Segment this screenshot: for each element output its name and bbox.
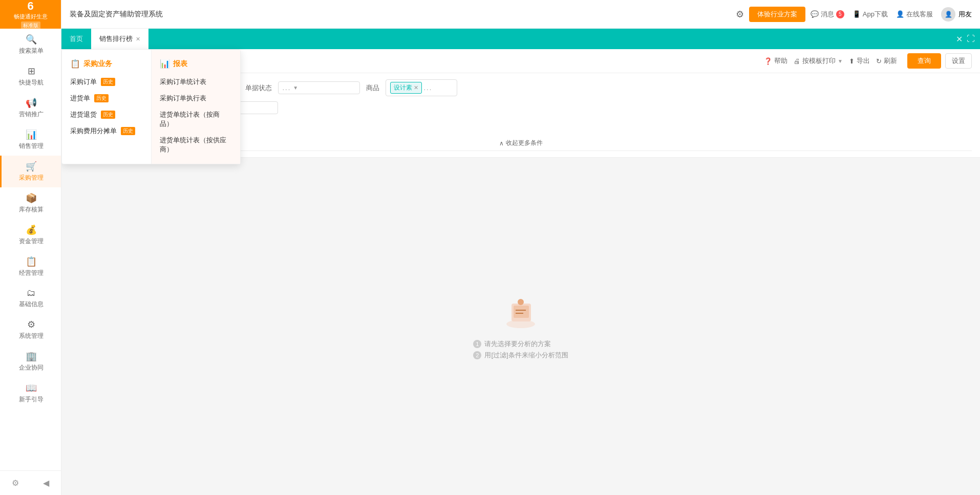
export-btn[interactable]: ⬆ 导出 [849, 56, 870, 66]
product-label: 商品 [366, 83, 379, 93]
dropdown-item-return[interactable]: 进货退货 历史 [62, 106, 151, 123]
settings-btn[interactable]: 设置 [945, 53, 972, 69]
sidebar-label-system: 系统管理 [19, 332, 44, 340]
app-icon: 📱 [853, 10, 861, 18]
sidebar-item-sales[interactable]: 📊 销售管理 [0, 124, 61, 156]
purchase-nav-icon: 🛒 [26, 161, 37, 172]
industry-btn[interactable]: 体验行业方案 [749, 7, 805, 22]
sidebar-item-purchase[interactable]: 🛒 采购管理 [0, 156, 61, 187]
order-status-label: 单据状态 [245, 83, 272, 93]
report-header-icon: 📊 [160, 59, 170, 69]
print-icon: 🖨 [794, 57, 800, 65]
expense-label: 采购费用分摊单 [70, 126, 117, 136]
top-bar-actions: 💬 消息 5 📱 App下载 👤 在线客服 👤 用友 [811, 7, 972, 21]
sidebar-label-search: 搜索菜单 [19, 47, 44, 55]
refresh-btn[interactable]: ↻ 刷新 [876, 56, 897, 66]
purchase-header-icon: 📋 [70, 59, 80, 69]
help-btn[interactable]: ❓ 帮助 [764, 56, 787, 66]
print-arrow: ▼ [838, 58, 843, 64]
logo-icon: 6 [27, 0, 33, 13]
sidebar-label-enterprise: 企业协同 [19, 363, 44, 372]
product-tag-value: 设计素 [394, 83, 412, 92]
quick-nav-icon: ⊞ [28, 66, 35, 77]
order-status-arrow: ▼ [293, 85, 298, 91]
tip-num-1: 1 [473, 340, 481, 348]
sidebar-collapse-btn[interactable]: ◀ [41, 476, 51, 490]
message-badge: 5 [836, 10, 844, 18]
sidebar-item-inventory[interactable]: 📦 库存核算 [0, 187, 61, 219]
sidebar-item-operation[interactable]: 📋 经营管理 [0, 251, 61, 283]
dropdown-item-purchase-order[interactable]: 采购订单 历史 [62, 74, 151, 90]
operation-nav-icon: 📋 [26, 256, 37, 267]
sidebar-label-basic: 基础信息 [19, 300, 44, 309]
sidebar-nav: 🔍 搜索菜单 ⊞ 快捷导航 📢 营销推广 📊 销售管理 🛒 采购管理 📦 库存核… [0, 29, 61, 470]
tip-num-2: 2 [473, 351, 481, 359]
online-service-btn[interactable]: 👤 在线客服 [896, 10, 933, 19]
dropdown-item-inbound-stat-supplier[interactable]: 进货单统计表（按供应商） [152, 132, 241, 158]
purchase-order-label: 采购订单 [70, 77, 97, 87]
svg-rect-4 [518, 300, 523, 304]
sales-nav-icon: 📊 [26, 129, 37, 140]
dropdown-item-order-stat[interactable]: 采购订单统计表 [152, 74, 241, 90]
sidebar-item-quick[interactable]: ⊞ 快捷导航 [0, 60, 61, 92]
purchase-header-label: 采购业务 [83, 59, 112, 69]
product-input[interactable]: 设计素 ✕ ... [386, 79, 457, 96]
sidebar-item-basic[interactable]: 🗂 基础信息 [0, 283, 61, 314]
tab-bar-wrapper: 首页 销售排行榜 ✕ ✕ ⛶ 📋 采购业务 采购订单 历史 [61, 29, 980, 49]
purchase-order-hist: 历史 [101, 78, 115, 86]
inbound-stat-supplier-label: 进货单统计表（按供应商） [160, 136, 232, 154]
empty-tip-2: 2 用[过滤]条件来缩小分析范围 [473, 351, 568, 360]
sidebar-label-sales: 销售管理 [19, 142, 44, 150]
empty-tip-1: 1 请先选择要分析的方案 [473, 339, 568, 349]
dropdown-item-inbound[interactable]: 进货单 历史 [62, 90, 151, 106]
dropdown-item-order-exec[interactable]: 采购订单执行表 [152, 90, 241, 106]
sidebar-label-purchase: 采购管理 [19, 174, 44, 182]
inbound-stat-product-label: 进货单统计表（按商品） [160, 110, 232, 128]
product-tag-close[interactable]: ✕ [414, 84, 418, 91]
dropdown-item-expense[interactable]: 采购费用分摊单 历史 [62, 123, 151, 139]
sidebar-item-finance[interactable]: 💰 资金管理 [0, 219, 61, 251]
order-exec-label: 采购订单执行表 [160, 94, 206, 103]
product-dots: ... [424, 84, 433, 92]
order-status-input[interactable]: ... ▼ [278, 81, 360, 94]
purchase-dropdown-col: 📋 采购业务 采购订单 历史 进货单 历史 进货退货 历史 采购费用分摊单 [62, 50, 151, 164]
tab-expand-btn[interactable]: ⛶ [967, 34, 975, 44]
sidebar-item-marketing[interactable]: 📢 营销推广 [0, 92, 61, 124]
sidebar-footer: ⚙ ◀ [0, 470, 61, 495]
top-setting-icon[interactable]: ⚙ [736, 9, 744, 20]
sidebar-item-search[interactable]: 🔍 搜索菜单 [0, 29, 61, 60]
tab-home-label: 首页 [70, 34, 83, 44]
sidebar-label-guide: 新手引导 [19, 395, 44, 404]
collapse-arrow-icon: ∧ [499, 140, 504, 147]
sidebar-item-guide[interactable]: 📖 新手引导 [0, 377, 61, 409]
query-btn[interactable]: 查询 [907, 53, 941, 69]
tab-close-icon[interactable]: ✕ [136, 36, 140, 42]
help-icon: ❓ [764, 57, 772, 65]
print-btn[interactable]: 🖨 按模板打印 ▼ [794, 56, 843, 66]
finance-nav-icon: 💰 [26, 224, 37, 235]
basic-nav-icon: 🗂 [27, 288, 36, 298]
sidebar-item-system[interactable]: ⚙ 系统管理 [0, 314, 61, 346]
tab-bar: 首页 销售排行榜 ✕ ✕ ⛶ [61, 29, 980, 49]
tab-sales-rank[interactable]: 销售排行榜 ✕ [91, 29, 148, 49]
message-btn[interactable]: 💬 消息 5 [811, 10, 844, 19]
tab-close-btn[interactable]: ✕ [956, 34, 963, 44]
sidebar-settings-btn[interactable]: ⚙ [10, 476, 21, 490]
user-label: 用友 [958, 10, 972, 19]
return-hist: 历史 [101, 111, 115, 119]
service-label: 在线客服 [906, 10, 933, 19]
order-stat-label: 采购订单统计表 [160, 77, 206, 87]
dropdown-menu: 📋 采购业务 采购订单 历史 进货单 历史 进货退货 历史 采购费用分摊单 [61, 49, 241, 164]
top-bar: 装备及固定资产辅助管理系统 ⚙ 体验行业方案 💬 消息 5 📱 App下载 👤 … [61, 0, 980, 29]
dropdown-item-inbound-stat-product[interactable]: 进货单统计表（按商品） [152, 106, 241, 132]
sidebar-label-finance: 资金管理 [19, 237, 44, 246]
user-area[interactable]: 👤 用友 [941, 7, 972, 21]
sidebar-label-operation: 经营管理 [19, 269, 44, 277]
sidebar-label-marketing: 营销推广 [19, 110, 44, 119]
tip-text-2: 用[过滤]条件来缩小分析范围 [484, 351, 568, 360]
message-label: 消息 [821, 10, 834, 19]
sidebar-item-enterprise[interactable]: 🏢 企业协同 [0, 346, 61, 377]
tab-home[interactable]: 首页 [61, 29, 91, 49]
product-tag: 设计素 ✕ [390, 82, 422, 94]
app-download-btn[interactable]: 📱 App下载 [853, 10, 888, 19]
